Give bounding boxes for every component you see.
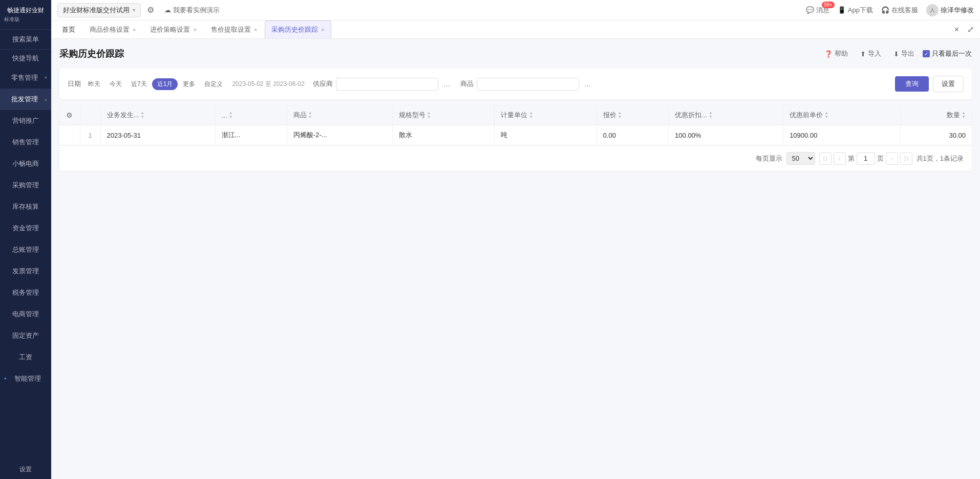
date-custom-btn[interactable]: 自定义 bbox=[200, 78, 227, 90]
chevron-down-icon: ▾ bbox=[45, 75, 47, 80]
notifications-badge: 99+ bbox=[822, 2, 835, 8]
supplier-filter: 供应商 ... bbox=[313, 78, 452, 91]
tab-sale-price-close[interactable]: × bbox=[254, 27, 257, 33]
col-quantity[interactable]: 数量 ▲▼ bbox=[901, 105, 972, 125]
sort-icon: ▲▼ bbox=[427, 111, 431, 119]
page-label: 第 bbox=[848, 154, 855, 163]
tab-strategy-close[interactable]: × bbox=[193, 27, 196, 33]
version-selector[interactable]: 好业财标准版交付试用 ▾ bbox=[57, 3, 141, 17]
user-name: 徐泽华修改 bbox=[941, 6, 974, 15]
sidebar: 畅捷通好业财 标准版 搜索菜单 快捷导航 零售管理 ▾ 批发管理 ▴ 营销推广 … bbox=[0, 0, 51, 479]
date-yesterday-btn[interactable]: 昨天 bbox=[84, 78, 104, 90]
phone-icon: 📱 bbox=[838, 6, 846, 14]
import-label: 导入 bbox=[868, 49, 881, 58]
help-label: 帮助 bbox=[835, 49, 848, 58]
main-area: 好业财标准版交付试用 ▾ ⚙ ☁ 我要看实例演示 💬 消息 99+ 📱 App下… bbox=[51, 0, 980, 479]
sort-icon: ▲▼ bbox=[824, 111, 828, 119]
sidebar-quick-nav[interactable]: 快捷导航 bbox=[0, 50, 51, 67]
app-download-btn[interactable]: 📱 App下载 bbox=[838, 6, 873, 15]
sort-icon: ▲▼ bbox=[618, 111, 622, 119]
sidebar-item-marketing[interactable]: 营销推广 bbox=[0, 110, 51, 132]
sidebar-item-ecommerce-small[interactable]: 小畅电商 bbox=[0, 153, 51, 175]
user-menu-btn[interactable]: 人 徐泽华修改 bbox=[926, 4, 974, 16]
tab-history-price-close[interactable]: × bbox=[321, 27, 324, 33]
col-quote[interactable]: 报价 ▲▼ bbox=[596, 105, 668, 125]
page-input[interactable]: 1 bbox=[857, 153, 875, 165]
col-extra[interactable]: ... ▲▼ bbox=[215, 105, 287, 125]
filter-bar: 日期 昨天 今天 近7天 近1月 更多 自定义 2023-05-02 至 202… bbox=[59, 69, 972, 99]
supplier-more-btn[interactable]: ... bbox=[441, 78, 452, 90]
sidebar-item-inventory[interactable]: 库存核算 bbox=[0, 196, 51, 217]
tab-price-close[interactable]: × bbox=[133, 27, 136, 33]
tab-history-price[interactable]: 采购历史价跟踪 × bbox=[265, 20, 331, 38]
date-today-btn[interactable]: 今天 bbox=[105, 78, 126, 90]
checkbox-icon bbox=[923, 50, 930, 57]
page-prev-btn[interactable]: ‹ bbox=[834, 153, 846, 165]
topbar-demo-btn[interactable]: ☁ 我要看实例演示 bbox=[164, 6, 220, 15]
notifications-btn[interactable]: 💬 消息 99+ bbox=[806, 6, 829, 15]
tabbar-right: × ⤢ bbox=[952, 24, 976, 35]
goods-more-btn[interactable]: ... bbox=[582, 78, 593, 90]
date-last1m-btn[interactable]: 近1月 bbox=[152, 78, 178, 90]
topbar-settings-btn[interactable]: ⚙ bbox=[145, 3, 156, 17]
col-spec[interactable]: 规格型号 ▲▼ bbox=[392, 105, 494, 125]
pagination: 每页显示 50 100 200 ⟨⟨ ‹ 第 1 页 › ⟩⟩ 共1页，1条记录 bbox=[59, 145, 972, 171]
sort-icon: ▲▼ bbox=[228, 111, 232, 119]
tab-sale-price-label: 售价提取设置 bbox=[211, 25, 251, 34]
sidebar-item-accounting[interactable]: 总账管理 bbox=[0, 239, 51, 260]
col-biz-date[interactable]: 业务发生... ▲▼ bbox=[100, 105, 215, 125]
row-num-cell: 1 bbox=[80, 125, 100, 145]
sidebar-item-ecommerce[interactable]: 电商管理 bbox=[0, 303, 51, 325]
page-next-btn[interactable]: › bbox=[886, 153, 898, 165]
headset-icon: 🎧 bbox=[881, 6, 889, 14]
sidebar-item-finance[interactable]: 资金管理 bbox=[0, 217, 51, 239]
sidebar-item-salary[interactable]: 工资 bbox=[0, 346, 51, 368]
sidebar-item-wholesale[interactable]: 批发管理 ▴ bbox=[0, 89, 51, 110]
col-discount[interactable]: 优惠折扣... ▲▼ bbox=[669, 105, 783, 125]
page-first-btn[interactable]: ⟨⟨ bbox=[819, 153, 832, 165]
sidebar-search[interactable]: 搜索菜单 bbox=[0, 30, 51, 50]
table-row: 1 2023-05-31 浙江... 丙烯酸-2-... 散水 bbox=[59, 125, 972, 145]
version-label: 好业财标准版交付试用 bbox=[63, 6, 130, 15]
page-actions: ❓ 帮助 ⬆ 导入 ⬇ 导出 只看最后一次 bbox=[820, 47, 972, 60]
sidebar-item-smart[interactable]: 智能管理 bbox=[0, 368, 51, 389]
tab-price[interactable]: 商品价格设置 × bbox=[83, 20, 142, 38]
col-settings: ⚙ bbox=[59, 105, 80, 125]
filter-actions: 查询 设置 bbox=[895, 76, 964, 92]
date-last7-btn[interactable]: 近7天 bbox=[127, 78, 151, 90]
help-btn[interactable]: ❓ 帮助 bbox=[820, 47, 852, 60]
sort-icon: ▲▼ bbox=[709, 111, 713, 119]
sidebar-item-purchase[interactable]: 采购管理 bbox=[0, 175, 51, 196]
table-settings-icon[interactable]: ⚙ bbox=[66, 111, 73, 119]
tab-strategy[interactable]: 进价策略设置 × bbox=[143, 20, 203, 38]
sidebar-item-invoice[interactable]: 发票管理 bbox=[0, 260, 51, 282]
sidebar-settings-btn[interactable]: 设置 bbox=[0, 460, 51, 479]
date-more-btn[interactable]: 更多 bbox=[179, 78, 199, 90]
sidebar-item-sales[interactable]: 销售管理 bbox=[0, 132, 51, 153]
data-table-container: ⚙ 业务发生... ▲▼ ... ▲▼ bbox=[59, 105, 972, 171]
tab-close-all-btn[interactable]: × bbox=[952, 24, 961, 35]
settings-btn[interactable]: 设置 bbox=[933, 76, 964, 92]
per-page-select[interactable]: 50 100 200 bbox=[786, 152, 815, 165]
last-only-label: 只看最后一次 bbox=[932, 49, 972, 58]
topbar: 好业财标准版交付试用 ▾ ⚙ ☁ 我要看实例演示 💬 消息 99+ 📱 App下… bbox=[51, 0, 980, 20]
import-btn[interactable]: ⬆ 导入 bbox=[856, 47, 885, 60]
sidebar-item-tax[interactable]: 税务管理 bbox=[0, 282, 51, 303]
tab-home[interactable]: 首页 bbox=[55, 20, 82, 38]
query-btn[interactable]: 查询 bbox=[895, 76, 929, 92]
goods-input[interactable] bbox=[477, 78, 579, 91]
sidebar-item-fixed-assets[interactable]: 固定资产 bbox=[0, 325, 51, 346]
tab-expand-btn[interactable]: ⤢ bbox=[965, 24, 976, 35]
sidebar-item-retail[interactable]: 零售管理 ▾ bbox=[0, 67, 51, 89]
export-btn[interactable]: ⬇ 导出 bbox=[889, 47, 919, 60]
last-only-toggle[interactable]: 只看最后一次 bbox=[923, 49, 972, 58]
col-unit[interactable]: 计量单位 ▲▼ bbox=[495, 105, 596, 125]
tab-sale-price[interactable]: 售价提取设置 × bbox=[204, 20, 264, 38]
online-service-btn[interactable]: 🎧 在线客服 bbox=[881, 6, 918, 15]
col-goods[interactable]: 商品 ▲▼ bbox=[287, 105, 392, 125]
date-label: 日期 bbox=[68, 79, 81, 89]
supplier-input[interactable] bbox=[336, 78, 438, 91]
total-info: 共1页，1条记录 bbox=[917, 154, 964, 163]
col-pre-discount-price[interactable]: 优惠前单价 ▲▼ bbox=[783, 105, 901, 125]
page-last-btn[interactable]: ⟩⟩ bbox=[900, 153, 912, 165]
